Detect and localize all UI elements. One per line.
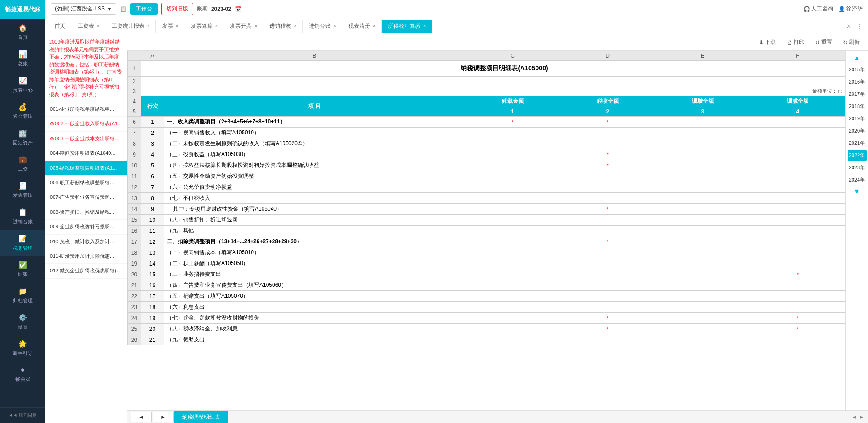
c1-9[interactable] (465, 149, 560, 160)
tab-salary[interactable]: 工资表 × (72, 20, 105, 33)
c4-16[interactable] (750, 226, 845, 236)
doc-item-007[interactable]: 007-广告费和业务宣传费跨... (45, 190, 127, 205)
c1-12[interactable] (465, 182, 560, 193)
c3-20[interactable] (655, 269, 750, 280)
content-15[interactable]: （八）销售折扣、折让和退回 (164, 215, 465, 226)
c4-8[interactable] (750, 138, 845, 149)
c4-21[interactable] (750, 280, 845, 291)
c3-25[interactable] (655, 324, 750, 334)
refresh-button[interactable]: ↻ 刷新 (840, 37, 863, 48)
c3-18[interactable] (655, 247, 750, 258)
c2-25[interactable]: * (560, 324, 655, 334)
c1-14[interactable] (465, 204, 560, 215)
sidebar-item-report[interactable]: 📈 报表中心 (0, 72, 45, 98)
c2-7[interactable] (560, 128, 655, 138)
tab-close-invoice[interactable]: × (176, 24, 179, 29)
c4-6[interactable] (750, 117, 845, 128)
sidebar-item-tax[interactable]: 📝 税务管理 (0, 230, 45, 256)
c1-22[interactable] (465, 291, 560, 302)
c3-19[interactable] (655, 258, 750, 269)
year-2017[interactable]: 2017年 (848, 89, 867, 100)
sidebar-item-member[interactable]: ♦ 畅会员 (0, 361, 45, 387)
content-25[interactable]: （八）税收滞纳金、加收利息 (164, 324, 465, 334)
table-row[interactable]: 22 17 （五）捐赠支出（填写A105070） (128, 291, 845, 302)
c4-14[interactable] (750, 204, 845, 215)
c2-26[interactable] (560, 334, 655, 345)
table-row[interactable]: 8 3 （二）未按权责发生制原则确认的收入（填写A105020①） (128, 138, 845, 149)
c4-26[interactable] (750, 334, 845, 345)
tab-close-salary[interactable]: × (97, 24, 99, 29)
table-row[interactable]: 17 12 二、扣除类调整项目（13+14+...24+26+27+28+29+… (128, 236, 845, 247)
table-row[interactable]: 24 19 （七）罚金、罚款和被没收财物的损失 * * (128, 313, 845, 324)
c3-15[interactable] (655, 215, 750, 226)
c4-22[interactable] (750, 291, 845, 302)
c3-23[interactable] (655, 302, 750, 313)
reset-button[interactable]: ↺ 重置 (813, 37, 835, 48)
print-button[interactable]: 🖨 打印 (784, 37, 807, 48)
tab-purchase[interactable]: 进销稽核 × (264, 20, 303, 33)
c2-24[interactable]: * (560, 313, 655, 324)
c1-25[interactable] (465, 324, 560, 334)
tab-income-tax[interactable]: 所得税汇算缴 × (382, 20, 432, 33)
tab-invoice[interactable]: 发票 × (157, 20, 184, 33)
copy-icon[interactable]: 📋 (120, 6, 127, 12)
content-21[interactable]: （四）广告费和业务宣传费支出（填写A105060） (164, 280, 465, 291)
c2-20[interactable] (560, 269, 655, 280)
scroll-right-icon[interactable]: ► (859, 414, 864, 420)
c3-8[interactable] (655, 138, 750, 149)
sidebar-item-invoice[interactable]: 🧾 发票管理 (0, 177, 45, 203)
sidebar-item-archive[interactable]: 📁 归档管理 (0, 282, 45, 309)
tab-close-purchase[interactable]: × (294, 24, 297, 29)
c1-11[interactable] (465, 171, 560, 182)
content-26[interactable]: （九）赞助支出 (164, 334, 465, 345)
content-9[interactable]: （三）投资收益（填写A105030） (164, 149, 465, 160)
c2-17[interactable]: * (560, 236, 655, 247)
tab-invoice-calc[interactable]: 发票算算 × (185, 20, 224, 33)
table-row[interactable]: 23 18 （六）利息支出 (128, 302, 845, 313)
c3-17[interactable] (655, 236, 750, 247)
doc-item-009[interactable]: 009-企业所得税弥补亏损明... (45, 220, 127, 234)
year-nav-down[interactable]: ▼ (850, 186, 864, 197)
c3-7[interactable] (655, 128, 750, 138)
sidebar-item-settings[interactable]: ⚙️ 设置 (0, 309, 45, 335)
year-2019[interactable]: 2019年 (848, 113, 867, 124)
tab-close-invoice-calc[interactable]: × (215, 24, 218, 29)
content-11[interactable]: （五）交易性金融资产初始投资调整 (164, 171, 465, 182)
table-row[interactable]: 11 6 （五）交易性金融资产初始投资调整 (128, 171, 845, 182)
c2-11[interactable] (560, 171, 655, 182)
sidebar-item-guide[interactable]: 🌟 新手引导 (0, 335, 45, 361)
c1-15[interactable] (465, 215, 560, 226)
c2-21[interactable] (560, 280, 655, 291)
c1-19[interactable] (465, 258, 560, 269)
c1-23[interactable] (465, 302, 560, 313)
c2-14[interactable]: * (560, 204, 655, 215)
doc-item-012[interactable]: 012-减免企业所得税优惠明细(... (45, 264, 127, 278)
sidebar-pin-toggle[interactable]: ◄◄ 取消固定 (0, 407, 45, 423)
sidebar-item-settle[interactable]: ✅ 结账 (0, 256, 45, 282)
content-8[interactable]: （二）未按权责发生制原则确认的收入（填写A105020①） (164, 138, 465, 149)
c2-18[interactable] (560, 247, 655, 258)
table-row[interactable]: 9 4 （三）投资收益（填写A105030） * (128, 149, 845, 160)
year-2021[interactable]: 2021年 (848, 138, 867, 149)
c3-21[interactable] (655, 280, 750, 291)
doc-item-005[interactable]: 005-纳税调整项目明细表(A1... (45, 161, 127, 176)
c2-8[interactable] (560, 138, 655, 149)
c1-18[interactable] (465, 247, 560, 258)
c4-10[interactable] (750, 160, 845, 171)
c4-15[interactable] (750, 215, 845, 226)
c3-12[interactable] (655, 182, 750, 193)
c1-6[interactable]: * (465, 117, 560, 128)
c4-25[interactable]: * (750, 324, 845, 334)
switch-version-button[interactable]: 切到旧版 (161, 3, 193, 15)
sidebar-item-ledger[interactable]: 📊 总账 (0, 45, 45, 72)
tab-salary-stats[interactable]: 工资统计报表 × (106, 20, 156, 33)
c4-12[interactable] (750, 182, 845, 193)
tabbar-more-icon[interactable]: ⋮ (854, 23, 864, 30)
c1-16[interactable] (465, 226, 560, 236)
sidebar-item-home[interactable]: 🏠 首页 (0, 19, 45, 45)
c2-6[interactable]: * (560, 117, 655, 128)
year-2023[interactable]: 2023年 (848, 162, 867, 173)
c2-10[interactable]: * (560, 160, 655, 171)
c1-24[interactable] (465, 313, 560, 324)
table-row[interactable]: 6 1 一、收入类调整项目（2+3+4+5+6+7+8+10+11） * * (128, 117, 845, 128)
